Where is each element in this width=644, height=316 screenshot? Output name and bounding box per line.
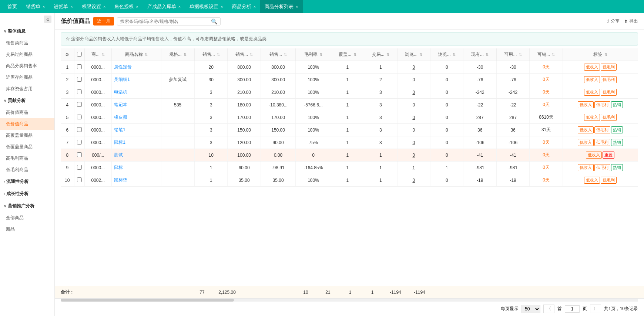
sidebar-item-traded[interactable]: 交易过的商品 bbox=[0, 49, 54, 60]
row-browse1[interactable]: 0 bbox=[397, 61, 430, 74]
nav-template[interactable]: 单据模板设置 × bbox=[185, 0, 227, 13]
row-checkbox-cell[interactable] bbox=[74, 149, 84, 162]
select-all-checkbox[interactable] bbox=[77, 52, 82, 57]
row-checkbox[interactable] bbox=[77, 102, 82, 107]
row-checkbox-cell[interactable] bbox=[74, 99, 84, 111]
browse1-cell[interactable]: 0 bbox=[412, 65, 415, 70]
page-size-select[interactable]: 50 100 200 bbox=[521, 305, 540, 313]
row-checkbox[interactable] bbox=[77, 127, 82, 132]
row-browse1[interactable]: 0 bbox=[397, 149, 430, 162]
row-name[interactable]: 鼠标垫 bbox=[112, 174, 161, 187]
share-button[interactable]: ⤴ 分享 bbox=[607, 18, 620, 24]
row-checkbox[interactable] bbox=[77, 152, 82, 157]
close-analysis-icon[interactable]: × bbox=[254, 4, 256, 9]
close-roles-icon[interactable]: × bbox=[136, 4, 138, 9]
sidebar-item-high-coverage[interactable]: 高覆盖量商品 bbox=[0, 130, 54, 141]
browse1-cell[interactable]: 0 bbox=[412, 102, 415, 108]
browse1-cell[interactable]: 1 bbox=[412, 165, 415, 170]
row-checkbox[interactable] bbox=[77, 115, 82, 119]
sidebar-item-all-products[interactable]: 全部商品 bbox=[0, 212, 54, 224]
row-checkbox[interactable] bbox=[77, 77, 82, 82]
close-purchase-icon[interactable]: × bbox=[70, 4, 73, 9]
row-checkbox-cell[interactable] bbox=[74, 162, 84, 174]
row-checkbox[interactable] bbox=[77, 89, 82, 94]
row-browse1[interactable]: 0 bbox=[397, 86, 430, 99]
sidebar-item-high-margin[interactable]: 高毛利商品 bbox=[0, 153, 54, 164]
nav-sales[interactable]: 销货单 × bbox=[21, 0, 49, 13]
sidebar-item-new-products[interactable]: 新品 bbox=[0, 224, 54, 235]
row-name[interactable]: 笔记本 bbox=[112, 99, 161, 111]
browse1-cell[interactable]: 0 bbox=[412, 128, 415, 133]
sidebar-item-low-coverage[interactable]: 低覆盖量商品 bbox=[0, 141, 54, 153]
close-sales-icon[interactable]: × bbox=[43, 4, 45, 9]
row-checkbox[interactable] bbox=[77, 140, 82, 145]
first-page-button[interactable]: 〈 bbox=[543, 305, 554, 313]
row-checkbox[interactable] bbox=[77, 64, 82, 69]
row-name[interactable]: 鼠标 bbox=[112, 162, 161, 174]
row-checkbox-cell[interactable] bbox=[74, 86, 84, 99]
row-num: 9 bbox=[61, 162, 74, 174]
sidebar-item-sales-products[interactable]: 销售类商品 bbox=[0, 37, 54, 49]
row-checkbox-cell[interactable] bbox=[74, 136, 84, 149]
close-products-icon[interactable]: × bbox=[178, 4, 181, 9]
search-input[interactable] bbox=[120, 19, 211, 24]
row-browse1[interactable]: 1 bbox=[397, 162, 430, 174]
row-checkbox[interactable] bbox=[77, 165, 82, 170]
page-number-input[interactable] bbox=[565, 305, 580, 313]
close-perm-icon[interactable]: × bbox=[103, 4, 105, 9]
sidebar-item-near-stock[interactable]: 近库存的商品 bbox=[0, 72, 54, 83]
sidebar-group-marketing[interactable]: ∨ 营销推广分析 bbox=[0, 200, 54, 212]
nav-home[interactable]: 首页 bbox=[3, 0, 21, 13]
nav-permissions[interactable]: 权限设置 × bbox=[77, 0, 110, 13]
nav-analysis[interactable]: 商品分析 × bbox=[228, 0, 260, 13]
row-checkbox-cell[interactable] bbox=[74, 124, 84, 136]
filter-recent-month-button[interactable]: 近一月 bbox=[93, 17, 114, 26]
row-name[interactable]: 吴细细1 bbox=[112, 74, 161, 86]
sidebar-item-low-margin[interactable]: 低毛利商品 bbox=[0, 164, 54, 176]
sidebar-group-contribution[interactable]: ∨ 贡献分析 bbox=[0, 95, 54, 107]
export-button[interactable]: ⬆ 导出 bbox=[624, 18, 638, 24]
search-icon[interactable]: 🔍 bbox=[211, 18, 217, 24]
close-template-icon[interactable]: × bbox=[221, 4, 223, 9]
browse1-cell[interactable]: 0 bbox=[412, 77, 415, 82]
close-list-icon[interactable]: × bbox=[296, 4, 298, 9]
browse1-cell[interactable]: 0 bbox=[412, 178, 415, 183]
row-name[interactable]: 属性定价 bbox=[112, 61, 161, 74]
row-name[interactable]: 橡皮擦 bbox=[112, 111, 161, 124]
row-browse1[interactable]: 0 bbox=[397, 124, 430, 136]
sidebar-item-low-value[interactable]: 低价值商品 bbox=[0, 118, 54, 130]
browse1-cell[interactable]: 0 bbox=[412, 115, 415, 120]
sidebar-item-high-value[interactable]: 高价值商品 bbox=[0, 107, 54, 118]
sidebar-group-growth[interactable]: › 成长性分析 bbox=[0, 188, 54, 200]
row-browse1[interactable]: 0 bbox=[397, 174, 430, 187]
row-checkbox-cell[interactable] bbox=[74, 74, 84, 86]
sidebar-collapse-button[interactable]: « bbox=[44, 16, 51, 23]
row-name[interactable]: 鼠标1 bbox=[112, 136, 161, 149]
row-browse1[interactable]: 0 bbox=[397, 111, 430, 124]
browse1-cell[interactable]: 0 bbox=[412, 90, 415, 95]
row-checkbox-cell[interactable] bbox=[74, 111, 84, 124]
table-body: 1 0000... 属性定价 20 800.00 800.00 100% 1 1… bbox=[61, 61, 638, 187]
row-name[interactable]: 电话机 bbox=[112, 86, 161, 99]
row-checkbox-cell[interactable] bbox=[74, 174, 84, 187]
sidebar-item-stock-funds[interactable]: 库存资金占用 bbox=[0, 83, 54, 95]
next-page-button[interactable]: 〉 bbox=[590, 305, 601, 313]
nav-products[interactable]: 产成品入库单 × bbox=[143, 0, 185, 13]
nav-analysis-list[interactable]: 商品分析列表 × bbox=[260, 0, 302, 13]
col-settings[interactable]: ⚙ bbox=[61, 48, 74, 61]
row-s3: 300.00 bbox=[261, 74, 295, 86]
sidebar-group-liquidity[interactable]: › 流通性分析 bbox=[0, 176, 54, 188]
row-checkbox[interactable] bbox=[77, 177, 82, 182]
sidebar-group-overall[interactable]: ∨ 整体信息 bbox=[0, 25, 54, 37]
nav-roles[interactable]: 角色授权 × bbox=[110, 0, 142, 13]
row-name[interactable]: 测试 bbox=[112, 149, 161, 162]
nav-purchase[interactable]: 进货单 × bbox=[49, 0, 77, 13]
row-browse1[interactable]: 0 bbox=[397, 74, 430, 86]
browse1-cell[interactable]: 0 bbox=[412, 140, 415, 145]
row-browse1[interactable]: 0 bbox=[397, 136, 430, 149]
row-checkbox-cell[interactable] bbox=[74, 61, 84, 74]
browse1-cell[interactable]: 0 bbox=[412, 153, 415, 158]
sidebar-item-category-rate[interactable]: 商品分类销售率 bbox=[0, 60, 54, 72]
row-name[interactable]: 铅笔1 bbox=[112, 124, 161, 136]
row-browse1[interactable]: 0 bbox=[397, 99, 430, 111]
